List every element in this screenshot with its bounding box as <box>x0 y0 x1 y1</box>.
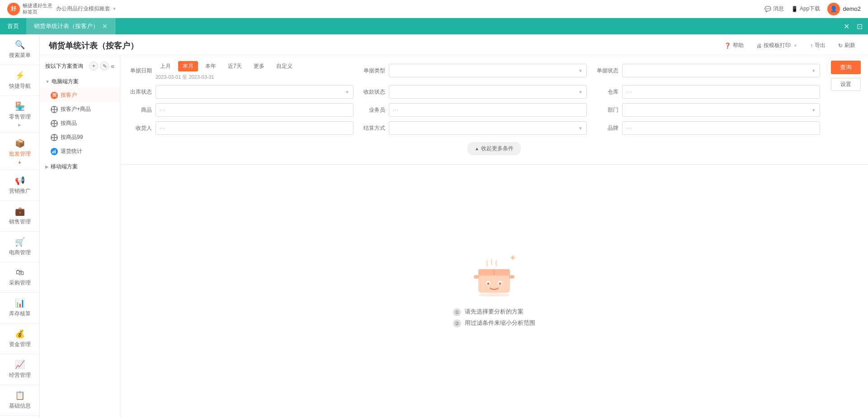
tip-2-text: 用过滤条件来缩小分析范围 <box>465 319 535 327</box>
filter-dept-label: 部门 <box>594 106 618 114</box>
filter-date-control: 上月 本月 本年 近7天 更多 自定义 2023-03-01 至 2023-03… <box>156 61 354 81</box>
collapse-button[interactable]: ▲ 收起更多条件 <box>467 142 521 155</box>
print-icon: 🖨 <box>756 43 762 49</box>
filter-main-row: 单据日期 上月 本月 本年 近7天 更多 自定义 <box>127 61 861 135</box>
help-button[interactable]: ❓ 帮助 <box>721 40 747 51</box>
chevron-up-icon: ▲ <box>18 160 22 164</box>
sidebar-item-retail[interactable]: 🏪 零售管理 ▶ <box>0 96 39 133</box>
sidebar-item-inventory[interactable]: 📊 库存核算 <box>0 293 39 323</box>
filter-status-field: 单据状态 ▼ <box>594 61 820 81</box>
svg-rect-11 <box>55 138 57 140</box>
chevron-down-icon: ▼ <box>578 126 583 131</box>
filter-settlement-control[interactable]: ▼ <box>389 121 587 135</box>
filter-fields: 单据日期 上月 本月 本年 近7天 更多 自定义 <box>127 61 820 135</box>
filter-salesperson-field: 业务员 ··· <box>361 103 587 117</box>
date-tab-more[interactable]: 更多 <box>249 61 269 72</box>
date-tab-this-month[interactable]: 本月 <box>178 61 198 71</box>
sidebar-item-purchase[interactable]: 🛍 采购管理 <box>0 262 39 293</box>
sidebar-finance-label: 资金管理 <box>9 341 31 348</box>
scheme-group-desktop: ▼ 电脑端方案 按 按客户 按客户+商品 <box>40 75 120 158</box>
tab-home[interactable]: 首页 <box>0 18 27 34</box>
sidebar-marketing-label: 营销推广 <box>9 187 31 195</box>
scheme-item-by-goods99[interactable]: 按商品99 <box>40 130 120 144</box>
filter-dept-control[interactable]: ▼ <box>622 103 820 117</box>
scheme-goods-icon <box>51 120 58 127</box>
refresh-icon: ↻ <box>838 43 843 49</box>
filter-receiver-dots: ··· <box>160 125 165 131</box>
chevron-up-icon: ▲ <box>475 146 479 151</box>
page-header-actions: ❓ 帮助 🖨 按模板打印 ▼ ↑ 导出 ↻ 刷新 <box>721 40 859 51</box>
scheme-collapse-button[interactable]: « <box>111 62 114 70</box>
date-tab-7days[interactable]: 近7天 <box>223 61 246 72</box>
operations-icon: 📈 <box>15 360 25 370</box>
collapse-label: 收起更多条件 <box>481 145 514 152</box>
wholesale-icon: 📦 <box>15 138 25 148</box>
filter-dept-field: 部门 ▼ <box>594 103 820 117</box>
scheme-add-button[interactable]: + <box>89 62 98 71</box>
scheme-group-mobile-header[interactable]: ▶ 移动端方案 <box>40 160 120 173</box>
scheme-item-by-customer-goods[interactable]: 按客户+商品 <box>40 102 120 116</box>
filter-receiver-control[interactable]: ··· <box>156 121 354 135</box>
svg-rect-2 <box>52 110 54 112</box>
filter-warehouse-label: 仓库 <box>594 88 618 96</box>
breadcrumb: 办公用品行业模拟账套 ▼ <box>56 5 117 13</box>
logo-text: 畅捷通好生意 标签页 <box>23 3 52 14</box>
filter-warehouse-control[interactable]: ··· <box>622 85 820 99</box>
filter-status-control[interactable]: ▼ <box>622 64 820 77</box>
svg-rect-14 <box>55 150 56 153</box>
sidebar-item-ecommerce[interactable]: 🛒 电商管理 <box>0 232 39 262</box>
sidebar-item-wholesale[interactable]: 📦 批发管理 ▲ <box>0 133 39 170</box>
filter-brand-control[interactable]: ··· <box>622 121 820 135</box>
date-tab-this-year[interactable]: 本年 <box>201 61 221 72</box>
scheme-return-icon <box>51 148 58 155</box>
tab-close-all-icon[interactable]: ✕ <box>842 20 851 33</box>
tab-sales-stat[interactable]: 销货单统计表（按客户） ✕ <box>27 18 115 34</box>
template-print-button[interactable]: 🖨 按模板打印 ▼ <box>753 40 801 51</box>
empty-tip-1: ① 请先选择要分析的方案 <box>453 308 535 316</box>
sidebar-item-shortcuts[interactable]: ⚡ 快捷导航 <box>0 65 39 96</box>
svg-rect-3 <box>55 110 57 112</box>
user-area[interactable]: 👤 demo2 <box>827 3 861 15</box>
avatar: 👤 <box>827 3 840 15</box>
filter-collection-field: 收款状态 ▼ <box>361 85 587 99</box>
scheme-item-by-customer[interactable]: 按 按客户 <box>40 88 120 102</box>
filter-type-control[interactable]: ▼ <box>389 64 587 77</box>
filter-type-field: 单据类型 ▼ <box>361 61 587 81</box>
export-button[interactable]: ↑ 导出 <box>807 40 829 51</box>
sidebar-item-search[interactable]: 🔍 搜索菜单 <box>0 34 39 65</box>
shortcut-icon: ⚡ <box>15 71 25 81</box>
sidebar-item-marketing[interactable]: 📢 营销推广 <box>0 170 39 201</box>
date-tab-custom[interactable]: 自定义 <box>272 61 297 72</box>
page-title: 销货单统计表（按客户） <box>49 40 138 51</box>
ecommerce-icon: 🛒 <box>15 237 25 247</box>
filter-goods-label: 商品 <box>127 106 152 114</box>
sidebar-item-finance[interactable]: 💰 资金管理 <box>0 323 39 354</box>
query-button[interactable]: 查询 <box>831 61 861 74</box>
home-tab-label: 首页 <box>7 22 19 30</box>
tab-close-icon[interactable]: ✕ <box>102 23 108 30</box>
scheme-item-by-goods[interactable]: 按商品 <box>40 116 120 130</box>
sidebar-item-operations[interactable]: 📈 经营管理 <box>0 354 39 385</box>
filter-goods-control[interactable]: ··· <box>156 103 354 117</box>
sidebar-item-basic[interactable]: 📋 基础信息 <box>0 385 39 416</box>
tab-restore-icon[interactable]: ⊡ <box>855 20 864 33</box>
filter-salesperson-control[interactable]: ··· <box>389 103 587 117</box>
sales-icon: 💼 <box>15 206 25 216</box>
svg-rect-13 <box>53 151 54 153</box>
message-button[interactable]: 💬 消息 <box>764 5 784 13</box>
page-header: 销货单统计表（按客户） ❓ 帮助 🖨 按模板打印 ▼ ↑ 导出 ↻ 刷新 <box>40 34 868 55</box>
scheme-edit-button[interactable]: ✎ <box>100 62 109 71</box>
filter-outstatus-control[interactable]: ▼ <box>156 85 354 99</box>
app-download-button[interactable]: 📱 App下载 <box>791 5 820 13</box>
scheme-panel: 按以下方案查询 + ✎ « ▼ 电脑端方案 按 按客户 <box>40 55 120 418</box>
filter-collection-control[interactable]: ▼ <box>389 85 587 99</box>
scheme-group-desktop-header[interactable]: ▼ 电脑端方案 <box>40 75 120 88</box>
filter-settlement-label: 结算方式 <box>361 124 385 132</box>
refresh-button[interactable]: ↻ 刷新 <box>835 40 859 51</box>
date-tab-last-month[interactable]: 上月 <box>156 61 175 72</box>
settings-button[interactable]: 设置 <box>831 78 861 91</box>
scheme-item-return-stat[interactable]: 退货统计 <box>40 144 120 158</box>
sidebar-item-system[interactable]: ⚙ 系统管理 <box>0 416 39 418</box>
sidebar-item-sales[interactable]: 💼 销售管理 <box>0 201 39 232</box>
sidebar: 🔍 搜索菜单 ⚡ 快捷导航 🏪 零售管理 ▶ 📦 批发管理 ▲ 📢 营销推广 💼… <box>0 34 40 418</box>
